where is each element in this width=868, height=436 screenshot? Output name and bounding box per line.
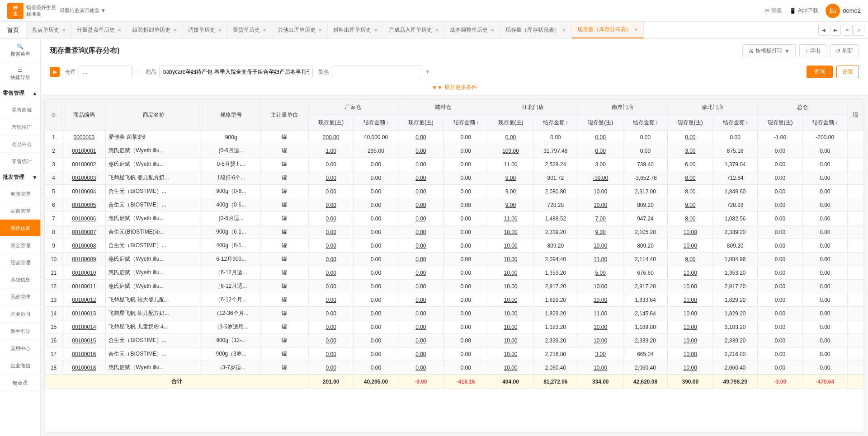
th-total-qty: 现存量(主) <box>758 115 803 131</box>
cell-code: 00100005 <box>62 198 106 212</box>
close-icon[interactable]: ✕ <box>218 28 222 33</box>
cell-unit: 罐 <box>260 212 308 225</box>
tab-diaoping[interactable]: 调拨单历史 ✕ <box>183 22 227 38</box>
cell-total-qty: 0.00 <box>758 225 803 239</box>
warehouse-dots[interactable]: ··· <box>136 69 140 75</box>
sidebar-item-vip[interactable]: 畅会员 <box>0 374 40 391</box>
tab-home[interactable]: 首页 <box>0 22 27 38</box>
print-btn[interactable]: 🖨 按模板打印 ▼ <box>742 44 796 57</box>
close-icon[interactable]: ✕ <box>263 28 266 33</box>
close-icon[interactable]: ✕ <box>62 28 66 33</box>
sidebar-item-appcenter[interactable]: 应用中心 <box>0 340 40 357</box>
tab-fenpandian[interactable]: 分量盘点单历史 ✕ <box>71 22 127 38</box>
sidebar-item-purchase[interactable]: 采购管理 <box>0 202 40 220</box>
cell-na-qty: 10.00 <box>578 198 623 212</box>
tab-xiancunl-status[interactable]: 现存量（库存状况表） ✕ <box>500 22 572 38</box>
search-btn[interactable]: 查询 <box>807 66 833 78</box>
export-btn[interactable]: ↑ 导出 <box>799 44 826 57</box>
sidebar-item-wholesale[interactable]: 批发管理 ▼ <box>0 170 40 185</box>
tab-qitachuku[interactable]: 其他出库单历史 ✕ <box>272 22 328 38</box>
cell-name: 合生元（BIOSTIME）... <box>106 239 202 253</box>
close-icon[interactable]: ✕ <box>562 28 566 33</box>
tabs-prev-btn[interactable]: ◀ <box>818 25 829 36</box>
expand-row: ▼▼ 展开更多条件 <box>50 82 859 95</box>
filter-row: ▶ 仓库 ··· 商品 babycare孕妇待产包 春季入院全套母子组合孕妇产后… <box>50 62 859 82</box>
refresh-btn[interactable]: ↺ 刷新 <box>830 44 859 57</box>
tab-yaohuo[interactable]: 要货单历史 ✕ <box>227 22 272 38</box>
cell-na-amt: 676.60 <box>623 266 668 280</box>
cell-na-amt: 2,339.20 <box>623 334 668 347</box>
sidebar-item-search[interactable]: 🔍 搜索英单 <box>0 39 40 62</box>
tab-chenbentz[interactable]: 成本调整单历史 ✕ <box>444 22 500 38</box>
tab-zuzhuang[interactable]: 组装拆卸单历史 ✕ <box>127 22 183 38</box>
color-input[interactable] <box>332 66 422 78</box>
close-icon[interactable]: ✕ <box>173 28 177 33</box>
message-btn[interactable]: ✉ 消息 <box>765 7 782 14</box>
cell-lc-amt: 0.00 <box>443 293 488 307</box>
app-download-btn[interactable]: 📱 App下载 <box>789 7 818 14</box>
nav-dropdown[interactable]: 母婴行业演示账套 ▼ <box>60 7 106 14</box>
sidebar-item-system[interactable]: 系统管理 <box>0 288 40 305</box>
message-icon: ✉ <box>765 8 769 14</box>
th-jb-amt: 结存金额 ℹ <box>533 115 578 131</box>
close-icon[interactable]: ✕ <box>374 28 377 33</box>
chevron-down-icon: ▼ <box>32 174 38 181</box>
cell-total-qty: -1.00 <box>758 131 803 144</box>
cell-code: 00100001 <box>62 144 106 158</box>
cell-lc-amt: 0.00 <box>443 131 488 144</box>
sidebar-item-retail-stats[interactable]: 零售统计 <box>0 153 40 170</box>
tabs-expand-btn[interactable]: ⤢ <box>854 25 864 36</box>
cell-no: 2 <box>45 144 62 158</box>
tab-cailiaochuku[interactable]: 材料出库单历史 ✕ <box>328 22 383 38</box>
cell-jb-qty: 10.00 <box>488 334 533 347</box>
cell-unit: 罐 <box>260 131 308 144</box>
user-area[interactable]: Ea demo2 <box>826 4 861 18</box>
product-input[interactable]: babycare孕妇待产包 春季入院全套母子组合孕妇产后冬事月子用品 22件套 … <box>159 66 313 78</box>
sidebar-item-basics[interactable]: 基础信息 <box>0 271 40 288</box>
tabs-close-btn[interactable]: ✕ <box>842 25 853 36</box>
expand-filter-btn[interactable]: ▶ <box>50 67 60 77</box>
sidebar-item-guide[interactable]: 新手引导 <box>0 323 40 340</box>
sidebar-item-retail-mgmt[interactable]: 零售管理 ▲ <box>0 86 40 101</box>
cell-unit: 罐 <box>260 266 308 280</box>
color-dropdown-icon[interactable]: ▼ <box>425 69 430 75</box>
sidebar-item-finance[interactable]: 资金管理 <box>0 237 40 254</box>
cell-code: 00100002 <box>62 158 106 171</box>
settings-icon[interactable]: ⚙ <box>51 112 56 118</box>
th-na-amt: 结存金额 ℹ <box>623 115 668 131</box>
cell-unit: 罐 <box>260 225 308 239</box>
sidebar-item-member[interactable]: 会员中心 <box>0 136 40 153</box>
tab-xiancunl-dist[interactable]: 现存量（库存分布表） ✕ <box>572 22 644 38</box>
expand-conditions-btn[interactable]: ▼▼ 展开更多条件 <box>432 84 477 91</box>
warehouse-input[interactable] <box>79 66 133 78</box>
sidebar-item-retail-mall[interactable]: 零售商城 <box>0 101 40 118</box>
tabs-next-btn[interactable]: ▶ <box>830 25 841 36</box>
cell-spec: （3-6岁适用... <box>202 320 260 334</box>
page-title-row: 现存量查询(库存分布) 🖨 按模板打印 ▼ ↑ 导出 ↺ 刷新 <box>50 44 859 57</box>
th-group-jb: 江北门店 <box>488 100 578 115</box>
tab-pandian[interactable]: 盘点单历史 ✕ <box>27 22 71 38</box>
close-icon[interactable]: ✕ <box>435 28 439 33</box>
settings-btn[interactable]: 设置 <box>836 66 859 78</box>
footer-yb-amt: 49,798.29 <box>713 375 758 389</box>
close-icon[interactable]: ✕ <box>491 28 494 33</box>
sidebar-item-wechat[interactable]: 企业微信 <box>0 357 40 374</box>
sidebar-item-quicknav[interactable]: ☰ 快捷导航 <box>0 62 40 86</box>
close-icon[interactable]: ✕ <box>118 28 121 33</box>
cell-lc-amt: 0.00 <box>443 171 488 185</box>
sidebar-item-inventory[interactable]: 库存核算 <box>0 220 40 237</box>
cell-no: 3 <box>45 158 62 171</box>
cell-na-qty: 7.00 <box>578 212 623 225</box>
sidebar-item-marketing[interactable]: 营销推广 <box>0 118 40 136</box>
sidebar-item-collab[interactable]: 企业协同 <box>0 305 40 323</box>
tab-chanpinruku[interactable]: 产成品入库单历史 ✕ <box>383 22 444 38</box>
sidebar-item-ecommerce[interactable]: 电商管理 <box>0 185 40 202</box>
close-icon[interactable]: ✕ <box>634 27 638 32</box>
cell-fc-amt: 295.00 <box>354 144 398 158</box>
footer-row: 合计 201.00 40,295.00 -8.00 -416.16 494.00… <box>45 375 864 389</box>
cell-code: 00100014 <box>62 320 106 334</box>
sidebar-item-operations[interactable]: 经营管理 <box>0 254 40 271</box>
cell-na-amt: 2,917.20 <box>623 280 668 293</box>
close-icon[interactable]: ✕ <box>318 28 322 33</box>
topbar-right: ✉ 消息 📱 App下载 Ea demo2 <box>765 4 861 18</box>
